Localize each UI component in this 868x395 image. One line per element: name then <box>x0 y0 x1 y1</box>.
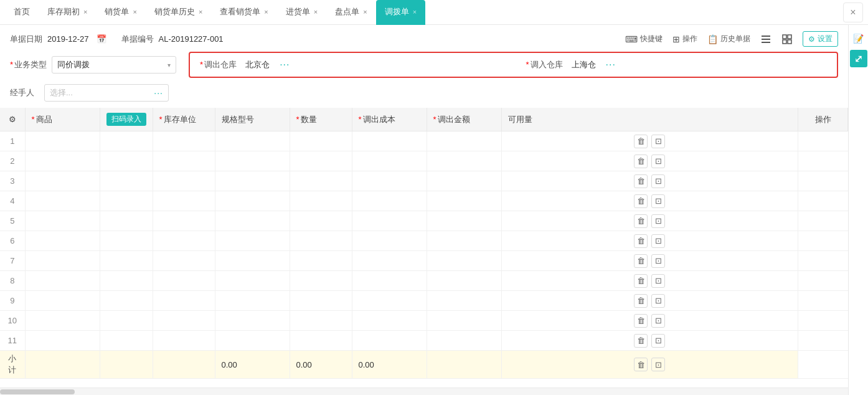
copy-row-button[interactable]: ⊡ <box>651 214 665 228</box>
row-unit[interactable] <box>100 211 153 231</box>
delete-row-button[interactable]: 🗑 <box>634 135 648 148</box>
th-scan[interactable]: 扫码录入 <box>100 108 153 131</box>
row-available[interactable] <box>427 331 501 351</box>
tab-home[interactable]: 首页 <box>5 0 39 25</box>
row-unit[interactable] <box>100 331 153 351</box>
row-unit[interactable] <box>100 151 153 171</box>
delete-row-button[interactable]: 🗑 <box>634 155 648 168</box>
scan-button[interactable]: 扫码录入 <box>106 113 146 126</box>
row-cost[interactable] <box>290 191 352 211</box>
row-amount[interactable] <box>352 251 427 271</box>
row-spec[interactable] <box>153 251 215 271</box>
row-cost[interactable] <box>290 131 352 151</box>
row-available[interactable] <box>427 311 501 331</box>
tab-sales-history-close[interactable]: × <box>199 8 202 16</box>
row-qty[interactable] <box>215 191 290 211</box>
tab-inventory-count[interactable]: 盘点单 × <box>326 0 375 25</box>
row-cost[interactable] <box>290 211 352 231</box>
transfer-out-more-btn[interactable]: ··· <box>280 59 290 70</box>
row-product[interactable] <box>25 291 100 311</box>
tab-purchase-order[interactable]: 进货单 × <box>277 0 326 25</box>
copy-row-button[interactable]: ⊡ <box>651 294 665 308</box>
copy-row-button[interactable]: ⊡ <box>651 174 665 188</box>
copy-row-button[interactable]: ⊡ <box>651 254 665 268</box>
row-spec[interactable] <box>153 311 215 331</box>
row-cost[interactable] <box>290 231 352 251</box>
handler-select[interactable]: 选择... ··· <box>44 84 169 102</box>
row-product[interactable] <box>25 191 100 211</box>
delete-row-button[interactable]: 🗑 <box>634 194 648 208</box>
row-spec[interactable] <box>153 151 215 171</box>
row-available[interactable] <box>427 191 501 211</box>
settings-button[interactable]: ⚙ 设置 <box>803 31 838 47</box>
delete-row-button[interactable]: 🗑 <box>634 214 648 228</box>
copy-row-button[interactable]: ⊡ <box>651 334 665 348</box>
row-amount[interactable] <box>352 191 427 211</box>
row-available[interactable] <box>427 211 501 231</box>
row-product[interactable] <box>25 211 100 231</box>
row-available[interactable] <box>427 151 501 171</box>
row-cost[interactable] <box>290 291 352 311</box>
row-cost[interactable] <box>290 251 352 271</box>
row-spec[interactable] <box>153 191 215 211</box>
row-unit[interactable] <box>100 291 153 311</box>
delete-row-button[interactable]: 🗑 <box>634 274 648 288</box>
row-cost[interactable] <box>290 271 352 291</box>
row-available[interactable] <box>427 131 501 151</box>
row-available[interactable] <box>427 171 501 191</box>
delete-row-button[interactable]: 🗑 <box>634 294 648 308</box>
subtotal-delete-button[interactable]: 🗑 <box>634 358 648 371</box>
copy-row-button[interactable]: ⊡ <box>651 314 665 328</box>
tab-sales-order-close[interactable]: × <box>133 8 136 16</box>
handler-more-btn[interactable]: ··· <box>154 88 163 98</box>
row-qty[interactable] <box>215 131 290 151</box>
business-type-select[interactable]: 同价调拨 ▾ <box>52 56 176 74</box>
copy-row-button[interactable]: ⊡ <box>651 155 665 168</box>
copy-row-button[interactable]: ⊡ <box>651 274 665 288</box>
row-qty[interactable] <box>215 151 290 171</box>
table-container[interactable]: ⚙ *商品 扫码录入 *库存单位 规格型号 *数量 <box>0 108 848 388</box>
row-unit[interactable] <box>100 311 153 331</box>
row-amount[interactable] <box>352 231 427 251</box>
row-product[interactable] <box>25 251 100 271</box>
row-unit[interactable] <box>100 251 153 271</box>
row-product[interactable] <box>25 171 100 191</box>
row-unit[interactable] <box>100 171 153 191</box>
row-qty[interactable] <box>215 311 290 331</box>
scrollbar-thumb[interactable] <box>0 389 75 394</box>
layout-grid-button[interactable] <box>781 34 793 45</box>
row-amount[interactable] <box>352 311 427 331</box>
tab-inventory-count-close[interactable]: × <box>363 8 367 16</box>
row-cost[interactable] <box>290 311 352 331</box>
row-product[interactable] <box>25 151 100 171</box>
sidebar-note-button[interactable]: 📝 <box>850 30 867 47</box>
tab-inventory-init-close[interactable]: × <box>83 8 87 16</box>
subtotal-copy-button[interactable]: ⊡ <box>651 358 665 371</box>
delete-row-button[interactable]: 🗑 <box>634 174 648 188</box>
tab-transfer-order[interactable]: 调拨单 × <box>376 0 425 25</box>
row-qty[interactable] <box>215 271 290 291</box>
row-unit[interactable] <box>100 131 153 151</box>
row-available[interactable] <box>427 251 501 271</box>
row-cost[interactable] <box>290 171 352 191</box>
copy-row-button[interactable]: ⊡ <box>651 135 665 148</box>
tab-purchase-order-close[interactable]: × <box>314 8 318 16</box>
row-spec[interactable] <box>153 231 215 251</box>
row-spec[interactable] <box>153 331 215 351</box>
row-amount[interactable] <box>352 151 427 171</box>
window-close-button[interactable]: × <box>843 2 863 22</box>
row-cost[interactable] <box>290 331 352 351</box>
row-product[interactable] <box>25 271 100 291</box>
tab-transfer-order-close[interactable]: × <box>413 8 417 16</box>
row-amount[interactable] <box>352 171 427 191</box>
sidebar-expand-button[interactable]: ⤢ <box>850 50 867 67</box>
row-product[interactable] <box>25 331 100 351</box>
delete-row-button[interactable]: 🗑 <box>634 314 648 328</box>
tab-view-sales-close[interactable]: × <box>264 8 268 16</box>
row-qty[interactable] <box>215 331 290 351</box>
tab-sales-history[interactable]: 销货单历史 × <box>146 0 211 25</box>
row-spec[interactable] <box>153 171 215 191</box>
row-amount[interactable] <box>352 211 427 231</box>
row-unit[interactable] <box>100 191 153 211</box>
tab-sales-order[interactable]: 销货单 × <box>96 0 145 25</box>
